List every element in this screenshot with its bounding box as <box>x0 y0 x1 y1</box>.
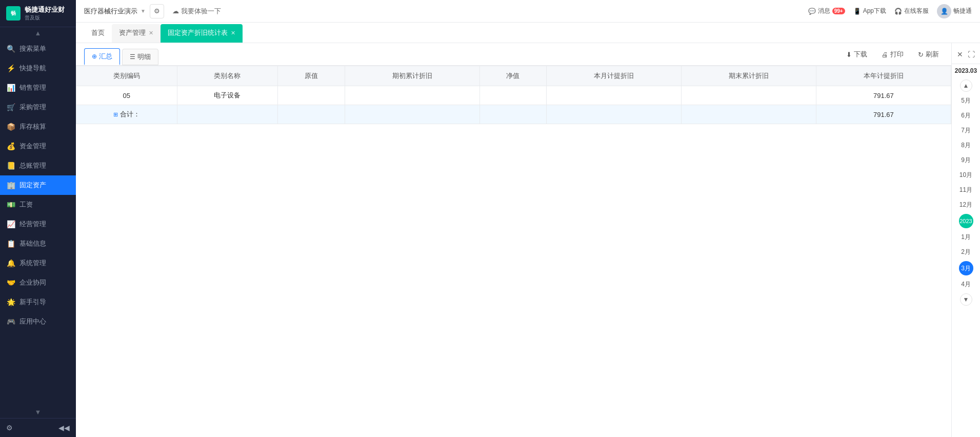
sidebar-item-app-center[interactable]: 🎮应用中心 <box>0 312 76 331</box>
month-item[interactable]: 5月 <box>952 94 980 108</box>
topbar-settings-button[interactable]: ⚙ <box>150 4 164 18</box>
nav-label: 采购管理 <box>19 103 46 112</box>
cell-name: 电子设备 <box>177 86 278 105</box>
nav-label: 搜索菜单 <box>19 44 46 53</box>
sales-icon: 📊 <box>6 83 15 92</box>
cell-ending <box>681 86 816 105</box>
system-icon: 🔔 <box>6 259 15 268</box>
nav-label: 资金管理 <box>19 142 46 151</box>
panel-close-button[interactable]: ✕ <box>956 49 964 59</box>
tab-fixed-asset-depreciation[interactable]: 固定资产折旧统计表 ✕ <box>161 24 243 43</box>
sub-tab-detail[interactable]: ☰ 明细 <box>122 49 158 65</box>
sidebar-item-operations[interactable]: 📈经营管理 <box>0 214 76 234</box>
company-selector[interactable]: 医疗器械行业演示 ▼ <box>84 7 146 16</box>
sub-tabs: ⊕ 汇总 ☰ 明细 <box>76 43 167 65</box>
month-item[interactable]: 1月 <box>952 230 980 244</box>
table-container: 类别编码 类别名称 原值 期初累计折旧 净值 本月计提折旧 期末累计折旧 本年计… <box>76 66 951 437</box>
sidebar-item-search[interactable]: 🔍搜索菜单 <box>0 39 76 58</box>
payroll-icon: 💵 <box>6 200 15 209</box>
month-item[interactable]: 7月 <box>952 124 980 137</box>
sidebar-item-fixed-asset[interactable]: 🏢固定资产 <box>0 175 76 195</box>
table-header-row: 类别编码 类别名称 原值 期初累计折旧 净值 本月计提折旧 期末累计折旧 本年计… <box>76 66 951 86</box>
nav-label: 工资 <box>19 200 33 209</box>
sub-tab-summary[interactable]: ⊕ 汇总 <box>84 48 120 65</box>
nav-label: 新手引导 <box>19 297 46 307</box>
print-button[interactable]: 🖨 打印 <box>877 48 908 61</box>
sidebar-item-enterprise[interactable]: 🤝企业协同 <box>0 273 76 292</box>
col-original-value: 原值 <box>278 66 345 86</box>
refresh-button[interactable]: ↻ 刷新 <box>914 48 943 61</box>
app-title: 畅捷通好业财 <box>25 5 65 14</box>
total-monthly <box>546 105 681 124</box>
quick-nav-icon: ⚡ <box>6 64 15 73</box>
nav-label: 基础信息 <box>19 239 46 248</box>
month-item[interactable]: 10月 <box>952 168 980 182</box>
online-service-button[interactable]: 🎧 在线客服 <box>894 7 929 15</box>
sidebar-item-ledger[interactable]: 📒总账管理 <box>0 156 76 175</box>
month-list: 5月6月7月8月9月10月11月12月20231月2月3月4月 <box>952 94 980 291</box>
total-expand-icon: ⊞ <box>113 111 118 117</box>
sidebar-item-quick-nav[interactable]: ⚡快捷导航 <box>0 58 76 78</box>
month-item[interactable]: 6月 <box>952 109 980 123</box>
cell-annual: 791.67 <box>816 86 951 105</box>
footer-settings-icon[interactable]: ⚙ <box>6 424 13 432</box>
sidebar-footer: ⚙ ◀◀ <box>0 418 76 437</box>
messages-icon: 💬 <box>808 8 816 15</box>
tab-asset-management-close[interactable]: ✕ <box>149 30 153 36</box>
sidebar-scroll-up[interactable]: ▲ <box>0 27 76 39</box>
month-item[interactable]: 9月 <box>952 153 980 167</box>
sidebar-item-finance[interactable]: 💰资金管理 <box>0 136 76 156</box>
download-button[interactable]: ⬇ 下载 <box>842 48 871 61</box>
cloud-icon: ☁ <box>172 7 179 15</box>
nav-label: 企业协同 <box>19 278 46 287</box>
current-month-item[interactable]: 3月 <box>959 261 973 275</box>
sidebar-item-basic-info[interactable]: 📋基础信息 <box>0 234 76 253</box>
operations-icon: 📈 <box>6 220 15 229</box>
sidebar-item-inventory[interactable]: 📦库存核算 <box>0 117 76 136</box>
month-item[interactable]: 11月 <box>952 183 980 197</box>
messages-button[interactable]: 💬 消息 99+ <box>808 7 845 15</box>
tab-fixed-asset-depreciation-close[interactable]: ✕ <box>231 30 235 36</box>
col-annual-depreciation: 本年计提折旧 <box>816 66 951 86</box>
basic-info-icon: 📋 <box>6 239 15 248</box>
panel-nav-up[interactable]: ▲ <box>960 80 972 92</box>
footer-collapse-icon[interactable]: ◀◀ <box>58 424 70 432</box>
experience-button[interactable]: ☁ 我要体验一下 <box>172 7 221 16</box>
col-category-name: 类别名称 <box>177 66 278 86</box>
company-name: 医疗器械行业演示 <box>84 7 137 16</box>
nav-label: 销售管理 <box>19 83 46 92</box>
sidebar-item-guide[interactable]: 🌟新手引导 <box>0 292 76 312</box>
guide-icon: 🌟 <box>6 297 15 307</box>
tab-home[interactable]: 首页 <box>84 24 112 43</box>
sidebar-nav: 🔍搜索菜单⚡快捷导航📊销售管理🛒采购管理📦库存核算💰资金管理📒总账管理🏢固定资产… <box>0 39 76 406</box>
app-title-wrap: 畅捷通好业财 普及版 <box>25 5 65 22</box>
month-item[interactable]: 2月 <box>952 245 980 259</box>
right-panel: ✕ ⛶ 2023.03 ▲ 5月6月7月8月9月10月11月12月20231月2… <box>951 43 980 437</box>
page-body: ⊕ 汇总 ☰ 明细 ⬇ 下载 🖨 打印 <box>76 43 980 437</box>
month-item[interactable]: 8月 <box>952 138 980 152</box>
col-net-value: 净值 <box>479 66 546 86</box>
col-category-code: 类别编码 <box>76 66 177 86</box>
app-download-button[interactable]: 📱 App下载 <box>853 7 886 15</box>
enterprise-icon: 🤝 <box>6 278 15 287</box>
tab-asset-management[interactable]: 资产管理 ✕ <box>112 24 161 43</box>
month-item[interactable]: 12月 <box>952 198 980 212</box>
depreciation-table: 类别编码 类别名称 原值 期初累计折旧 净值 本月计提折旧 期末累计折旧 本年计… <box>76 66 951 124</box>
user-profile-button[interactable]: 👤 畅捷通 <box>937 4 972 18</box>
total-label-cell: ⊞ 合计： <box>76 105 177 124</box>
sidebar: 畅 畅捷通好业财 普及版 ▲ 🔍搜索菜单⚡快捷导航📊销售管理🛒采购管理📦库存核算… <box>0 0 76 437</box>
user-avatar: 👤 <box>937 4 951 18</box>
sidebar-item-payroll[interactable]: 💵工资 <box>0 195 76 214</box>
nav-label: 应用中心 <box>19 317 46 326</box>
sidebar-item-sales[interactable]: 📊销售管理 <box>0 78 76 97</box>
total-name-cell <box>177 105 278 124</box>
sidebar-item-purchase[interactable]: 🛒采购管理 <box>0 97 76 117</box>
panel-nav-down[interactable]: ▼ <box>960 293 972 306</box>
topbar-left: 医疗器械行业演示 ▼ ⚙ ☁ 我要体验一下 <box>84 4 221 18</box>
nav-label: 库存核算 <box>19 122 46 131</box>
total-ending <box>681 105 816 124</box>
panel-expand-button[interactable]: ⛶ <box>967 49 976 59</box>
month-item[interactable]: 4月 <box>952 277 980 291</box>
sidebar-scroll-down[interactable]: ▼ <box>0 406 76 418</box>
sidebar-item-system[interactable]: 🔔系统管理 <box>0 253 76 273</box>
